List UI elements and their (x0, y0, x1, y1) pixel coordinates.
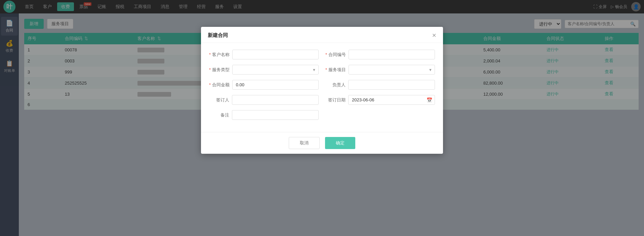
form-group-note: 备注 (209, 110, 319, 120)
modal-title: 新建合同 (208, 32, 228, 39)
modal-close-button[interactable]: ✕ (432, 32, 436, 39)
label-note: 备注 (209, 112, 229, 118)
input-amount[interactable] (232, 80, 319, 90)
modal-footer: 取消 确定 (201, 132, 443, 154)
modal-overlay: 新建合同 ✕ 客户名称 合同编号 服务类型 (0, 0, 644, 236)
form-group-customer-name: 客户名称 (209, 50, 319, 59)
new-contract-modal: 新建合同 ✕ 客户名称 合同编号 服务类型 (201, 27, 443, 154)
modal-header: 新建合同 ✕ (201, 27, 443, 43)
form-row-5: 备注 (209, 110, 435, 120)
date-input-wrapper: 📅 (348, 95, 435, 105)
label-customer-name: 客户名称 (209, 52, 230, 58)
form-group-signer: 签订人 (209, 95, 319, 105)
select-service-type[interactable] (232, 65, 319, 75)
select-service-item[interactable] (349, 65, 435, 75)
form-row-4: 签订人 签订日期 📅 (209, 95, 435, 105)
label-responsible: 负责人 (325, 82, 346, 88)
cancel-button[interactable]: 取消 (289, 137, 320, 149)
label-contract-no: 合同编号 (325, 52, 346, 58)
label-signer: 签订人 (209, 97, 229, 103)
form-group-contract-no: 合同编号 (325, 50, 435, 59)
select-wrapper-service-type: ▼ (232, 65, 319, 75)
form-row-1: 客户名称 合同编号 (209, 50, 435, 59)
form-row-3: 合同金额 负责人 (209, 80, 435, 90)
input-customer-name[interactable] (232, 50, 319, 59)
form-group-sign-date: 签订日期 📅 (325, 95, 435, 105)
form-group-amount: 合同金额 (209, 80, 319, 90)
label-service-type: 服务类型 (209, 67, 230, 73)
form-row-2: 服务类型 ▼ 服务项目 ▼ (209, 65, 435, 75)
form-group-service-item: 服务项目 ▼ (325, 65, 435, 75)
input-signer[interactable] (232, 95, 319, 105)
modal-body: 客户名称 合同编号 服务类型 ▼ (201, 43, 443, 132)
label-service-item: 服务项目 (325, 67, 346, 73)
form-group-service-type: 服务类型 ▼ (209, 65, 319, 75)
form-group-responsible: 负责人 (325, 80, 435, 90)
input-responsible[interactable] (348, 80, 435, 90)
confirm-button[interactable]: 确定 (325, 137, 355, 149)
input-sign-date[interactable] (348, 95, 435, 105)
input-note[interactable] (232, 110, 319, 120)
label-sign-date: 签订日期 (325, 97, 346, 103)
select-wrapper-service-item: ▼ (349, 65, 435, 75)
input-contract-no[interactable] (349, 50, 435, 59)
label-amount: 合同金额 (209, 82, 230, 88)
